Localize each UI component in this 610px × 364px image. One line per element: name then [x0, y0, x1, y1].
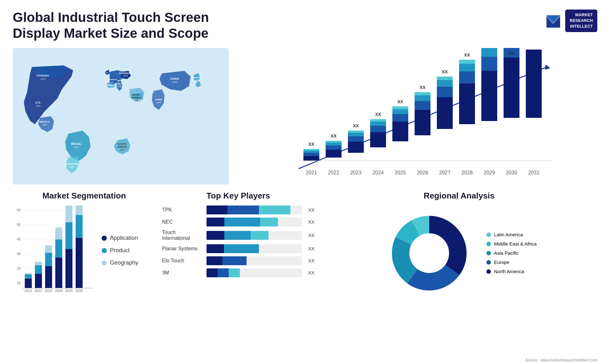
- logo-text: MARKET RESEARCH INTELLECT: [565, 10, 597, 32]
- svg-text:XX: XX: [331, 133, 337, 138]
- svg-text:U.K.: U.K.: [104, 69, 109, 72]
- svg-text:BRAZIL: BRAZIL: [71, 142, 82, 145]
- svg-text:MEXICO: MEXICO: [39, 120, 50, 123]
- svg-text:2025: 2025: [395, 170, 406, 175]
- seg-legend: Application Product Geography: [102, 235, 138, 266]
- legend-middle-east-africa: Middle East & Africa: [486, 241, 537, 246]
- svg-text:xx%: xx%: [157, 101, 161, 104]
- key-players-title: Top Key Players: [162, 191, 315, 201]
- svg-text:xx%: xx%: [104, 72, 108, 74]
- svg-text:60: 60: [17, 208, 21, 212]
- svg-text:xx%: xx%: [36, 104, 40, 107]
- players-list: TPK XX NEC: [162, 206, 315, 277]
- svg-rect-125: [76, 238, 83, 288]
- svg-text:2023: 2023: [350, 170, 362, 175]
- svg-rect-45: [326, 141, 342, 143]
- regional-title: Regional Analysis: [321, 191, 597, 201]
- svg-text:2023: 2023: [45, 289, 52, 293]
- latin-america-dot: [486, 233, 491, 237]
- svg-rect-72: [459, 84, 475, 124]
- svg-rect-57: [392, 122, 408, 141]
- player-elo: Elo Touch XX: [162, 256, 315, 265]
- svg-text:2031: 2031: [528, 170, 539, 175]
- legend-latin-america: Latin America: [486, 232, 537, 237]
- svg-text:10: 10: [17, 281, 21, 285]
- svg-rect-74: [459, 64, 475, 71]
- segmentation-title: Market Segmentation: [13, 191, 156, 201]
- svg-rect-70: [437, 77, 453, 80]
- svg-text:2030: 2030: [506, 170, 517, 175]
- svg-rect-59: [392, 109, 408, 114]
- svg-text:2029: 2029: [484, 170, 495, 175]
- svg-text:FRANCE: FRANCE: [106, 78, 117, 81]
- svg-text:U.S.: U.S.: [35, 101, 41, 104]
- svg-rect-67: [437, 97, 453, 129]
- svg-rect-65: [415, 92, 430, 95]
- svg-text:XX: XX: [442, 69, 448, 74]
- svg-rect-42: [326, 150, 342, 158]
- player-bar-3m: [207, 268, 302, 277]
- svg-rect-64: [415, 95, 430, 101]
- legend-product: Product: [102, 247, 138, 254]
- svg-rect-115: [35, 262, 42, 265]
- svg-rect-122: [65, 249, 72, 288]
- svg-text:xx%: xx%: [74, 146, 78, 149]
- svg-rect-79: [481, 48, 497, 57]
- legend-north-america: North America: [486, 269, 537, 274]
- svg-text:xx%: xx%: [108, 87, 112, 89]
- svg-text:2024: 2024: [372, 170, 384, 175]
- svg-text:20: 20: [17, 266, 21, 270]
- svg-text:30: 30: [17, 252, 21, 256]
- svg-rect-118: [45, 246, 52, 253]
- player-planar: Planar Systems XX: [162, 244, 315, 253]
- bar-chart-svg: XX XX XX XX: [235, 48, 597, 185]
- svg-rect-49: [348, 133, 364, 136]
- svg-rect-52: [370, 132, 386, 147]
- svg-rect-124: [65, 206, 72, 222]
- svg-text:SAUDI: SAUDI: [132, 93, 140, 96]
- svg-rect-58: [392, 114, 408, 122]
- svg-text:2026: 2026: [75, 289, 83, 293]
- svg-rect-73: [459, 71, 475, 84]
- player-bar-nec: [207, 218, 302, 226]
- key-players-panel: Top Key Players TPK XX NE: [162, 191, 315, 324]
- bottom-section: Market Segmentation 60 50 40 30 20 10: [13, 191, 597, 324]
- world-map: CANADA xx% U.S. xx% MEXICO xx% BRAZIL xx…: [13, 48, 229, 185]
- asia-pacific-dot: [486, 251, 491, 255]
- application-dot: [102, 236, 107, 241]
- svg-rect-68: [437, 87, 453, 97]
- svg-rect-63: [415, 101, 430, 110]
- svg-rect-78: [481, 57, 497, 71]
- svg-rect-60: [392, 106, 408, 109]
- legend-asia-pacific: Asia Pacific: [486, 250, 537, 256]
- logo-icon: [545, 12, 562, 30]
- svg-text:SOUTH: SOUTH: [118, 143, 126, 145]
- svg-rect-40: [303, 149, 319, 151]
- svg-text:CANADA: CANADA: [37, 74, 49, 77]
- page-container: Global Industrial Touch Screen Display M…: [0, 0, 610, 364]
- svg-text:XX: XX: [420, 85, 426, 90]
- regional-legend: Latin America Middle East & Africa Asia …: [486, 232, 537, 274]
- svg-text:XX: XX: [464, 52, 470, 57]
- geography-dot: [102, 260, 107, 266]
- segmentation-bars-svg: 60 50 40 30 20 10: [13, 206, 95, 294]
- svg-rect-119: [55, 258, 62, 288]
- top-section: CANADA xx% U.S. xx% MEXICO xx% BRAZIL xx…: [13, 48, 597, 185]
- svg-text:2022: 2022: [35, 289, 42, 293]
- legend-geography: Geography: [102, 260, 138, 266]
- europe-dot: [486, 260, 491, 265]
- svg-rect-112: [25, 273, 32, 274]
- svg-text:ARGENTINA: ARGENTINA: [64, 163, 79, 165]
- product-dot: [102, 248, 107, 253]
- svg-text:XX: XX: [509, 51, 515, 56]
- svg-rect-38: [303, 153, 319, 156]
- svg-text:40: 40: [17, 237, 21, 241]
- svg-text:xx%: xx%: [69, 166, 73, 168]
- svg-rect-83: [526, 50, 542, 118]
- seg-chart-wrapper: 60 50 40 30 20 10: [13, 206, 156, 296]
- svg-rect-116: [45, 266, 52, 288]
- svg-rect-117: [45, 253, 52, 266]
- svg-text:2021: 2021: [306, 170, 317, 175]
- svg-rect-81: [504, 57, 519, 118]
- svg-rect-55: [370, 119, 386, 122]
